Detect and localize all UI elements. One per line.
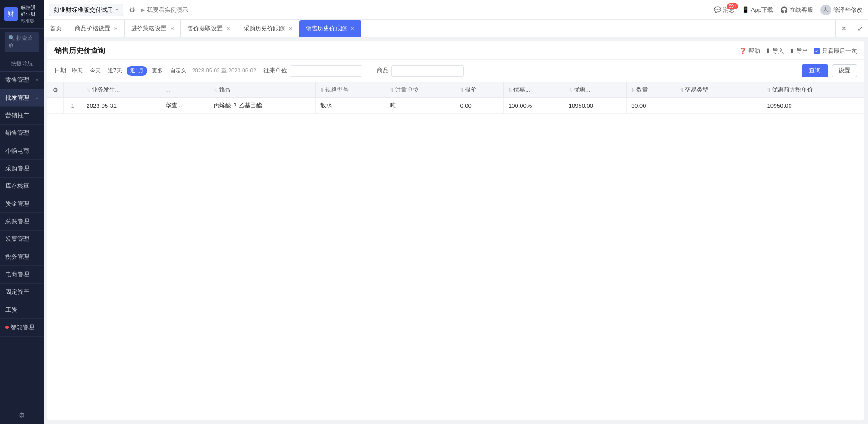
date-range-display: 2023-05-02 至 2023-06-02 (192, 67, 256, 75)
partner-filter-group: 往来单位 ... (263, 65, 370, 77)
message-badge: 99+ (727, 3, 738, 9)
tabs-bar: 首页 商品价格设置 ✕ 进价策略设置 ✕ 售价提取设置 ✕ 采购历史价跟踪 ✕ … (44, 20, 868, 37)
col-discount-amt[interactable]: ⇅ 优惠... (564, 82, 626, 98)
col-biz-date[interactable]: ⇅ 业务发生... (82, 82, 161, 98)
col-quote[interactable]: ⇅ 报价 (455, 82, 504, 98)
help-button[interactable]: ❓ 帮助 (739, 47, 760, 55)
page-title: 销售历史价查询 (54, 46, 105, 56)
col-more[interactable]: ... (161, 82, 209, 98)
cell-discount-amt: 10950.00 (564, 98, 626, 114)
chevron-down-icon: ▾ (116, 7, 118, 13)
close-icon[interactable]: ✕ (226, 26, 230, 32)
sidebar-item-ledger[interactable]: 总账管理 (0, 213, 44, 231)
sidebar: 财 畅捷通好业财 标准版 🔍 搜索菜单 快捷导航 零售管理 ▾ 批发管理 ▴ 营… (0, 0, 44, 424)
cell-spec: 散水 (315, 98, 385, 114)
col-spec[interactable]: ⇅ 规格型号 (315, 82, 385, 98)
col-product[interactable]: ⇅ 商品 (209, 82, 315, 98)
col-unit[interactable]: ⇅ 计量单位 (385, 82, 455, 98)
table-header-row: ⚙ ⇅ 业务发生... ... (47, 82, 864, 98)
import-icon: ⬇ (766, 48, 770, 54)
settings-icon[interactable]: ⚙ (19, 411, 25, 419)
app-download-button[interactable]: 📱 App下载 (742, 6, 773, 14)
sidebar-item-marketing[interactable]: 营销推广 (0, 107, 44, 125)
sidebar-item-purchase[interactable]: 采购管理 (0, 160, 44, 178)
sort-icon: ⇅ (631, 87, 635, 92)
sidebar-item-invoice[interactable]: 发票管理 (0, 231, 44, 248)
tab-product-price[interactable]: 商品价格设置 ✕ (68, 20, 125, 37)
sidebar-item-capital[interactable]: 资金管理 (0, 195, 44, 213)
cell-pretax-price: 10950.00 (762, 98, 864, 114)
sidebar-item-smart[interactable]: 智能管理 (0, 319, 44, 337)
sidebar-item-salary[interactable]: 工资 (0, 301, 44, 319)
settings-button[interactable]: 设置 (832, 64, 857, 77)
page-header-actions: ❓ 帮助 ⬇ 导入 ⬆ 导出 ✓ 只看最后一次 (739, 47, 857, 55)
demo-button[interactable]: ▶ 我要看实例演示 (141, 6, 188, 14)
col-discount-pct[interactable]: ⇅ 优惠... (503, 82, 564, 98)
col-tx-type[interactable]: ⇅ 交易类型 (675, 82, 745, 98)
product-more-icon[interactable]: ... (467, 67, 471, 74)
date-option-1month[interactable]: 近1月 (127, 66, 148, 76)
col-pretax-price[interactable]: ⇅ 优惠前无税单价 (762, 82, 864, 98)
tab-purchase-strategy[interactable]: 进价策略设置 ✕ (125, 20, 181, 37)
cell-more: 华查... (161, 98, 209, 114)
sidebar-item-tax[interactable]: 税务管理 (0, 248, 44, 266)
partner-input[interactable] (290, 65, 362, 77)
last-only-checkbox-label[interactable]: ✓ 只看最后一次 (814, 47, 857, 55)
date-option-yesterday[interactable]: 昨天 (69, 66, 85, 76)
cell-quote: 0.00 (455, 98, 504, 114)
sidebar-item-ecommerce-small[interactable]: 小畅电商 (0, 142, 44, 160)
col-quantity[interactable]: ⇅ 数量 (627, 82, 675, 98)
table-row: 1 2023-05-31 华查... 丙烯酸-2-乙基己酯 散水 吨 0.00 … (47, 98, 864, 114)
message-icon: 💬 (714, 6, 721, 13)
sort-icon: ⇅ (460, 87, 463, 92)
avatar: 人 (820, 5, 831, 15)
message-button[interactable]: 💬 消息 99+ (714, 6, 735, 14)
tabs-controls: ✕ ⤢ (835, 20, 868, 37)
cell-unit: 吨 (385, 98, 455, 114)
chevron-up-icon: ▴ (36, 95, 38, 100)
tab-home[interactable]: 首页 (44, 20, 68, 37)
close-icon[interactable]: ✕ (288, 26, 293, 32)
close-icon[interactable]: ✕ (170, 26, 174, 32)
sidebar-logo: 财 畅捷通好业财 标准版 (0, 0, 44, 29)
date-option-today[interactable]: 今天 (87, 66, 103, 76)
sidebar-item-inventory[interactable]: 库存核算 (0, 178, 44, 195)
import-button[interactable]: ⬇ 导入 (766, 47, 784, 55)
tab-price-extract[interactable]: 售价提取设置 ✕ (181, 20, 237, 37)
close-icon[interactable]: ✕ (114, 26, 118, 32)
logo-icon: 财 (4, 7, 18, 21)
date-option-more[interactable]: 更多 (149, 66, 166, 76)
tab-close-button[interactable]: ✕ (835, 20, 852, 37)
topbar-config-button[interactable]: ⚙ (129, 5, 135, 14)
export-button[interactable]: ⬆ 导出 (790, 47, 808, 55)
sidebar-search-button[interactable]: 🔍 搜索菜单 (5, 32, 39, 52)
notification-dot (5, 326, 9, 329)
help-icon: ❓ (739, 48, 746, 54)
sort-icon: ⇅ (214, 87, 217, 92)
product-input[interactable] (391, 65, 464, 77)
date-option-custom[interactable]: 自定义 (167, 66, 189, 76)
close-icon[interactable]: ✕ (351, 26, 355, 32)
cell-product: 丙烯酸-2-乙基己酯 (209, 98, 315, 114)
sidebar-item-ecommerce[interactable]: 电商管理 (0, 266, 44, 284)
partner-more-icon[interactable]: ... (365, 67, 370, 74)
query-button[interactable]: 查询 (802, 64, 828, 77)
sort-icon: ⇅ (390, 87, 394, 92)
date-option-7days[interactable]: 近7天 (105, 66, 125, 76)
sidebar-item-retail[interactable]: 零售管理 ▾ (0, 72, 44, 89)
tab-expand-button[interactable]: ⤢ (852, 20, 868, 37)
col-gear: ⚙ (47, 82, 63, 98)
user-menu[interactable]: 人 徐泽华修改 (820, 5, 863, 15)
tab-purchase-history[interactable]: 采购历史价跟踪 ✕ (237, 20, 299, 37)
sidebar-item-sales[interactable]: 销售管理 (0, 125, 44, 142)
sort-icon: ⇅ (320, 87, 324, 92)
sidebar-item-wholesale[interactable]: 批发管理 ▴ (0, 89, 44, 107)
online-service-button[interactable]: 🎧 在线客服 (780, 6, 813, 14)
version-selector[interactable]: 好业财标准版交付试用 ▾ (49, 4, 123, 16)
filter-bar: 日期 昨天 今天 近7天 近1月 更多 自定义 2023-05-02 至 202… (47, 60, 864, 82)
sidebar-item-assets[interactable]: 固定资产 (0, 284, 44, 301)
cell-quantity: 30.00 (627, 98, 675, 114)
gear-icon[interactable]: ⚙ (53, 87, 58, 93)
sidebar-quick-nav[interactable]: 快捷导航 (0, 56, 44, 72)
tab-sales-history[interactable]: 销售历史价跟踪 ✕ (299, 20, 361, 37)
